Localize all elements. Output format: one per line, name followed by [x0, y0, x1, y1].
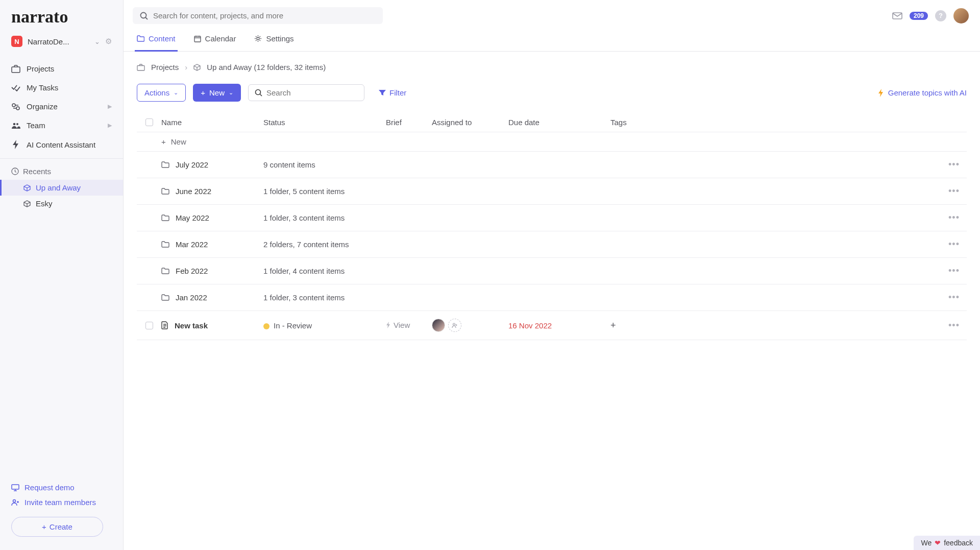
content-search[interactable] [248, 84, 364, 101]
folder-icon [161, 268, 169, 274]
table-row[interactable]: July 2022 9 content items ••• [137, 152, 967, 178]
generate-label: Generate topics with AI [888, 88, 967, 97]
generate-ai-button[interactable]: Generate topics with AI [878, 88, 967, 97]
box-icon [23, 184, 31, 192]
table-row[interactable]: New task In - Review View [137, 311, 967, 340]
add-assignee-button[interactable] [448, 319, 461, 332]
breadcrumb-root[interactable]: Projects [151, 63, 179, 71]
content-table: Name Status Brief Assigned to Due date T… [137, 113, 967, 340]
svg-point-8 [141, 12, 146, 18]
tab-calendar[interactable]: Calendar [192, 29, 238, 52]
help-icon[interactable]: ? [935, 10, 946, 21]
col-due[interactable]: Due date [508, 118, 610, 127]
filter-label: Filter [389, 88, 406, 97]
sidebar-item-projects[interactable]: Projects [0, 59, 123, 78]
primary-nav: Projects My Tasks Organize ▶ Team ▶ AI C… [0, 54, 123, 154]
folder-icon [161, 241, 169, 248]
sidebar-footer: Request demo Invite team members + Creat… [0, 477, 123, 550]
envelope-icon[interactable] [892, 12, 902, 19]
tab-label: Content [149, 34, 176, 43]
sidebar: narrato N NarratoDe... ⌄ ⚙ Projects My T… [0, 0, 124, 550]
table-row[interactable]: June 2022 1 folder, 5 content items ••• [137, 178, 967, 205]
col-name[interactable]: Name [161, 118, 263, 127]
user-plus-icon [11, 499, 19, 506]
new-button[interactable]: + New ⌄ [193, 84, 241, 102]
gear-icon[interactable]: ⚙ [105, 37, 112, 46]
assignee-avatar[interactable] [432, 319, 445, 332]
row-name: Feb 2022 [176, 267, 208, 275]
request-demo-link[interactable]: Request demo [11, 483, 112, 492]
table-row[interactable]: Feb 2022 1 folder, 4 content items ••• [137, 258, 967, 284]
cell-assignee[interactable] [432, 319, 508, 332]
row-menu-button[interactable]: ••• [941, 159, 967, 170]
workspace-name: NarratoDe... [28, 37, 89, 46]
request-demo-label: Request demo [24, 483, 75, 492]
svg-point-2 [16, 107, 19, 110]
filter-button[interactable]: Filter [379, 88, 406, 97]
recents-label: Recents [23, 167, 51, 176]
row-name: May 2022 [176, 213, 209, 222]
chevron-right-icon: ▶ [108, 103, 112, 110]
actions-label: Actions [144, 88, 169, 97]
row-name: July 2022 [176, 160, 208, 169]
plus-icon: + [201, 88, 205, 97]
logo[interactable]: narrato [0, 0, 123, 31]
table-row[interactable]: Jan 2022 1 folder, 3 content items ••• [137, 284, 967, 311]
col-brief[interactable]: Brief [386, 118, 432, 127]
add-tag-button[interactable]: + [610, 320, 616, 330]
actions-button[interactable]: Actions ⌄ [137, 84, 186, 102]
row-menu-button[interactable]: ••• [941, 212, 967, 223]
invite-members-link[interactable]: Invite team members [11, 498, 112, 507]
row-menu-button[interactable]: ••• [941, 239, 967, 250]
svg-rect-10 [194, 36, 201, 42]
row-menu-button[interactable]: ••• [941, 320, 967, 331]
sidebar-item-mytasks[interactable]: My Tasks [0, 78, 123, 97]
row-checkbox[interactable] [145, 322, 153, 329]
filter-icon [379, 90, 386, 96]
table-row[interactable]: May 2022 1 folder, 3 content items ••• [137, 205, 967, 231]
create-button[interactable]: + Create [11, 517, 103, 537]
row-due[interactable]: 16 Nov 2022 [508, 321, 610, 330]
tab-content[interactable]: Content [135, 29, 178, 52]
user-avatar[interactable] [953, 8, 969, 23]
sidebar-item-organize[interactable]: Organize ▶ [0, 97, 123, 116]
chevron-down-icon: ⌄ [174, 89, 178, 96]
svg-rect-9 [893, 13, 902, 19]
search-input[interactable] [153, 11, 376, 20]
row-status: In - Review [274, 321, 312, 330]
svg-rect-0 [12, 67, 20, 73]
global-search[interactable] [133, 7, 383, 24]
select-all-checkbox[interactable] [145, 118, 153, 126]
content-area: Projects › Up and Away (12 folders, 32 i… [124, 52, 980, 550]
chevron-down-icon[interactable]: ⌄ [94, 38, 100, 45]
sidebar-item-label: Team [27, 121, 45, 130]
toolbar: Actions ⌄ + New ⌄ Filter [137, 84, 967, 102]
col-assigned[interactable]: Assigned to [432, 118, 508, 127]
topbar-right: 209 ? [892, 8, 969, 23]
col-tags[interactable]: Tags [610, 118, 941, 127]
recent-item-esky[interactable]: Esky [0, 196, 123, 211]
status-dot [263, 323, 270, 329]
folder-icon [161, 161, 169, 168]
table-header: Name Status Brief Assigned to Due date T… [137, 113, 967, 132]
view-brief-button[interactable]: View [386, 321, 410, 329]
new-item-row[interactable]: + New [137, 132, 967, 152]
svg-point-3 [13, 123, 16, 125]
sidebar-item-ai-assistant[interactable]: AI Content Assistant [0, 135, 123, 154]
row-menu-button[interactable]: ••• [941, 186, 967, 197]
file-icon [161, 321, 168, 329]
workspace-selector[interactable]: N NarratoDe... ⌄ ⚙ [0, 31, 123, 54]
feedback-button[interactable]: We ❤ feedback [914, 536, 980, 550]
row-menu-button[interactable]: ••• [941, 292, 967, 303]
svg-point-14 [453, 323, 455, 325]
breadcrumb-current[interactable]: Up and Away (12 folders, 32 items) [207, 63, 326, 71]
col-status[interactable]: Status [263, 118, 386, 127]
row-menu-button[interactable]: ••• [941, 266, 967, 276]
notification-badge[interactable]: 209 [910, 12, 928, 20]
sidebar-item-team[interactable]: Team ▶ [0, 116, 123, 135]
tab-settings[interactable]: Settings [252, 29, 296, 52]
table-row[interactable]: Mar 2022 2 folders, 7 content items ••• [137, 231, 967, 258]
content-search-input[interactable] [266, 88, 363, 97]
clock-icon [11, 168, 19, 175]
recent-item-up-and-away[interactable]: Up and Away [0, 180, 123, 196]
